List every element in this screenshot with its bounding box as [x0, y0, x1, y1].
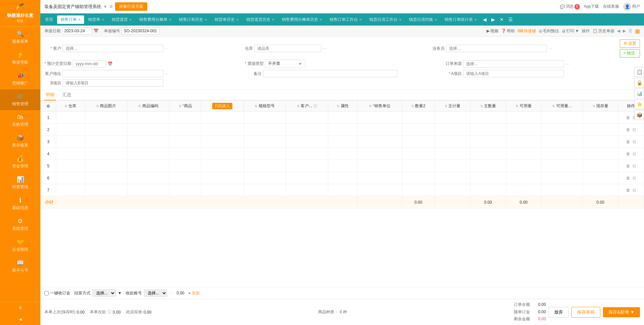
profit-btn[interactable]: ◎ 毛利预估 [539, 28, 559, 34]
row-main-qty[interactable] [470, 124, 506, 136]
row-customer-code[interactable] [286, 172, 328, 184]
tab-detail[interactable]: 明细 [44, 90, 56, 100]
row-delete-icon[interactable]: 🗑 [626, 139, 630, 144]
one-click-checkbox[interactable] [44, 291, 49, 295]
sidebar-item-collab[interactable]: 🤝 企业协同 [0, 235, 40, 256]
remark-input[interactable] [263, 70, 397, 77]
tab-sales-invoice[interactable]: 销货单 ✕ [85, 15, 108, 24]
row-sale-unit[interactable] [357, 160, 402, 172]
shortcut-btn[interactable]: ⌨ 快捷键 [518, 28, 536, 34]
help-btn[interactable]: ❓ 帮助 [501, 28, 515, 34]
row-main-qty[interactable] [470, 148, 506, 160]
project-b-input[interactable] [63, 79, 163, 87]
tab-close-icon[interactable]: ✕ [236, 18, 239, 22]
tab-expense-history[interactable]: 销售费用分摊单历史 ✕ [278, 15, 326, 24]
tab-summary[interactable]: 汇总 [61, 90, 73, 100]
row-goods[interactable] [169, 124, 201, 136]
row-warehouse[interactable] [56, 136, 85, 148]
row-spec[interactable] [243, 172, 286, 184]
row-qty2[interactable] [402, 124, 434, 136]
row-warehouse[interactable] [56, 172, 85, 184]
payment-method-select[interactable]: 选择... [92, 289, 116, 297]
tab-close-icon[interactable]: ✕ [129, 18, 132, 22]
tab-next-btn[interactable]: ▶ [489, 16, 497, 23]
sidebar-item-marketing[interactable]: 📣 营销推广 [0, 69, 40, 89]
sidebar-item-finance[interactable]: 💰 资金管理 [0, 152, 40, 172]
row-qty2[interactable] [402, 112, 434, 124]
discard-btn[interactable]: 放弃 [548, 307, 569, 318]
row-warehouse[interactable] [56, 124, 85, 136]
salesperson-dots-btn[interactable]: ··· [548, 46, 552, 51]
row-copy-icon[interactable]: ⊡ [633, 139, 636, 144]
tab-close-all-btn[interactable]: ✕ [498, 16, 506, 23]
row-copy-icon[interactable]: ⊡ [633, 152, 636, 156]
row-main-qty[interactable] [470, 112, 506, 124]
customer-dots-btn[interactable]: ··· [165, 46, 169, 51]
settings-gear-icon[interactable]: ⚙ [109, 4, 113, 9]
row-delete-icon[interactable]: 🗑 [626, 115, 630, 120]
tab-sales-expense[interactable]: 销售费用分摊单 ✕ [136, 15, 175, 24]
row-spec[interactable] [243, 136, 286, 148]
row-customer-code[interactable] [286, 124, 328, 136]
settings-btn[interactable]: ⚙ 设置 [620, 39, 640, 48]
invoice-type-select[interactable]: 不开票 ▼ [265, 59, 305, 68]
row-main-qty[interactable] [470, 160, 506, 172]
warehouse-dots-btn[interactable]: ··· [323, 46, 327, 51]
tab-sales-history[interactable]: 销售订单历史 ✕ [176, 15, 211, 24]
row-main-qty[interactable] [470, 172, 506, 184]
row-customer-code[interactable] [286, 112, 328, 124]
sidebar-item-purchase[interactable]: 🛍 采购管理 [0, 110, 40, 131]
row-code[interactable] [127, 112, 169, 124]
project-a-input[interactable] [463, 70, 564, 77]
operate-btn[interactable]: 操作 [582, 28, 590, 34]
row-code[interactable] [127, 172, 169, 184]
row-attribute[interactable] [328, 184, 357, 196]
row-customer-code[interactable] [286, 148, 328, 160]
warehouse-input[interactable] [254, 45, 321, 52]
calendar-icon[interactable]: 📅 [93, 29, 99, 33]
row-qty2[interactable] [402, 184, 434, 196]
nav-prev-icon[interactable]: ◀ [617, 29, 620, 33]
row-sale-unit[interactable] [357, 184, 402, 196]
sidebar-collapse[interactable]: ◀ [0, 314, 40, 325]
row-copy-icon[interactable]: ⊡ [633, 176, 636, 180]
tab-close-icon[interactable]: ✕ [78, 18, 81, 22]
message-area[interactable]: 💬 消息 9 [560, 4, 580, 9]
doc-date-value[interactable]: 2023-03-24 [62, 28, 92, 34]
save-draft-btn[interactable]: 保存草稿 [571, 307, 600, 318]
row-sale-unit[interactable] [357, 148, 402, 160]
sidebar-item-search[interactable]: 🔍 搜索菜单 [0, 27, 40, 48]
row-spec[interactable] [243, 184, 286, 196]
tab-prev-btn[interactable]: ◀ [481, 16, 489, 23]
online-service-link[interactable]: 在线客服 [603, 4, 619, 9]
row-delete-icon[interactable]: 🗑 [626, 188, 630, 193]
add-collect-btn[interactable]: ● 添加 [188, 290, 199, 296]
tab-close-icon[interactable]: ✕ [102, 18, 104, 22]
sidebar-settings[interactable]: ⚙ [0, 302, 40, 314]
row-sale-unit[interactable] [357, 112, 402, 124]
right-panel-btn-3[interactable]: 📊 [635, 89, 644, 98]
bank-account-select[interactable]: 选择... [144, 289, 167, 297]
row-spec[interactable] [243, 160, 286, 172]
row-copy-icon[interactable]: ⊡ [633, 164, 636, 168]
one-click-collect[interactable]: 一键收订金 [44, 290, 70, 296]
user-area[interactable]: 👤 用户 [623, 3, 640, 11]
row-delete-icon[interactable]: 🗑 [626, 176, 630, 180]
sidebar-item-operations[interactable]: 📊 经营管理 [0, 172, 40, 193]
tab-close-icon[interactable]: ✕ [399, 18, 402, 22]
tab-invoice-history[interactable]: 销货单历史 ✕ [211, 15, 242, 24]
tab-sales-order[interactable]: 销售订单 ✕ [57, 15, 84, 24]
row-customer-code[interactable] [286, 184, 328, 196]
tab-cash-workbench[interactable]: 钱货日清工作台 ✕ [366, 15, 405, 24]
row-qty2[interactable] [402, 136, 434, 148]
app-download-link[interactable]: App下载 [584, 4, 599, 9]
tab-close-icon[interactable]: ✕ [359, 18, 362, 22]
calendar2-icon[interactable]: 📅 [108, 62, 113, 66]
row-code[interactable] [127, 136, 169, 148]
row-sale-unit[interactable] [357, 172, 402, 184]
row-qty2[interactable] [402, 148, 434, 160]
tab-sales-return[interactable]: 销货退货 ✕ [108, 15, 135, 24]
row-delete-icon[interactable]: 🗑 [626, 152, 630, 156]
sidebar-item-basic-info[interactable]: ℹ 基础信息 [0, 193, 40, 214]
right-panel-btn-5[interactable]: 📦 [635, 110, 644, 120]
